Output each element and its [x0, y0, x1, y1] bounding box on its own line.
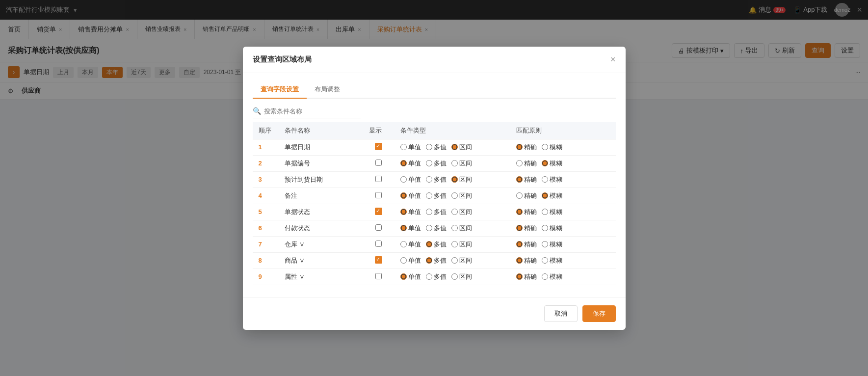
condition-search-wrap: 🔍 [253, 105, 361, 118]
row-condition-name: 付款状态 [279, 220, 363, 236]
type-radio-single[interactable]: 单值 [400, 191, 421, 200]
type-radio-single[interactable]: 单值 [400, 208, 421, 216]
type-radio-range[interactable]: 区间 [451, 143, 472, 152]
type-radio-range[interactable]: 区间 [451, 240, 472, 247]
type-radio-multi[interactable]: 多值 [426, 208, 447, 216]
type-radio-single[interactable]: 单值 [400, 224, 421, 233]
type-radio-multi[interactable]: 多值 [426, 143, 447, 152]
table-row: 3预计到货日期单值多值区间精确模糊 [253, 171, 616, 188]
show-checkbox[interactable] [375, 224, 382, 231]
type-radio-range[interactable]: 区间 [451, 224, 472, 233]
show-checkbox-checked[interactable]: ✓ [375, 208, 382, 215]
show-checkbox[interactable] [375, 160, 382, 166]
match-radio-fuzzy[interactable]: 模糊 [542, 191, 562, 200]
modal-tab-query[interactable]: 查询字段设置 [253, 81, 307, 99]
show-checkbox[interactable] [375, 192, 382, 198]
match-radio-group: 精确模糊 [516, 159, 610, 168]
type-radio-multi[interactable]: 多值 [426, 224, 447, 233]
row-type-cell: 单值多值区间 [395, 155, 510, 171]
type-radio-multi[interactable]: 多值 [426, 159, 447, 168]
match-radio-group: 精确模糊 [516, 175, 610, 184]
th-show: 显示 [363, 122, 395, 139]
type-radio-single[interactable]: 单值 [400, 240, 421, 247]
match-radio-exact[interactable]: 精确 [516, 191, 537, 200]
condition-search-input[interactable] [261, 107, 349, 116]
row-order: 3 [253, 171, 279, 188]
table-row: 6付款状态单值多值区间精确模糊 [253, 220, 616, 236]
modal-tab-layout[interactable]: 布局调整 [307, 81, 348, 99]
type-radio-single[interactable]: 单值 [400, 159, 421, 168]
modal-tab-layout-label: 布局调整 [315, 85, 340, 93]
row-order: 1 [253, 139, 279, 155]
type-radio-multi[interactable]: 多值 [426, 240, 447, 247]
row-order: 6 [253, 220, 279, 236]
match-radio-exact[interactable]: 精确 [516, 159, 537, 168]
type-radio-multi[interactable]: 多值 [426, 191, 447, 200]
row-type-cell: 单值多值区间 [395, 220, 510, 236]
row-match-cell: 精确模糊 [510, 188, 616, 204]
row-show-checkbox-cell [363, 171, 395, 188]
show-checkbox[interactable] [375, 176, 382, 182]
table-row: 1单据日期✓单值多值区间精确模糊 [253, 139, 616, 155]
type-radio-group: 单值多值区间 [400, 208, 504, 216]
match-radio-fuzzy[interactable]: 模糊 [542, 224, 562, 233]
row-type-cell: 单值多值区间 [395, 139, 510, 155]
row-show-checkbox-cell: ✓ [363, 204, 395, 220]
match-radio-group: 精确模糊 [516, 208, 610, 216]
type-radio-range[interactable]: 区间 [451, 191, 472, 200]
table-row: 7仓库 ∨单值多值区间精确模糊 [253, 236, 616, 247]
match-radio-exact[interactable]: 精确 [516, 143, 537, 152]
match-radio-exact[interactable]: 精确 [516, 224, 537, 233]
match-radio-fuzzy[interactable]: 模糊 [542, 175, 562, 184]
type-radio-single[interactable]: 单值 [400, 175, 421, 184]
row-condition-name: 备注 [279, 188, 363, 204]
row-match-cell: 精确模糊 [510, 139, 616, 155]
modal-overlay: 设置查询区域布局 × 查询字段设置 布局调整 🔍 [0, 0, 868, 247]
row-type-cell: 单值多值区间 [395, 236, 510, 247]
row-order: 4 [253, 188, 279, 204]
row-match-cell: 精确模糊 [510, 204, 616, 220]
th-match: 匹配原则 [510, 122, 616, 139]
row-type-cell: 单值多值区间 [395, 171, 510, 188]
row-show-checkbox-cell: ✓ [363, 139, 395, 155]
show-checkbox[interactable] [375, 241, 382, 247]
match-radio-exact[interactable]: 精确 [516, 240, 537, 247]
row-match-cell: 精确模糊 [510, 220, 616, 236]
match-radio-fuzzy[interactable]: 模糊 [542, 143, 562, 152]
modal-header: 设置查询区域布局 × [243, 47, 626, 73]
row-condition-name: 预计到货日期 [279, 171, 363, 188]
row-condition-name: 单据状态 [279, 204, 363, 220]
type-radio-range[interactable]: 区间 [451, 208, 472, 216]
modal-close-button[interactable]: × [610, 54, 616, 65]
row-match-cell: 精确模糊 [510, 236, 616, 247]
table-row: 5单据状态✓单值多值区间精确模糊 [253, 204, 616, 220]
row-show-checkbox-cell [363, 220, 395, 236]
row-type-cell: 单值多值区间 [395, 204, 510, 220]
type-radio-range[interactable]: 区间 [451, 159, 472, 168]
type-radio-multi[interactable]: 多值 [426, 175, 447, 184]
match-radio-exact[interactable]: 精确 [516, 175, 537, 184]
row-show-checkbox-cell [363, 236, 395, 247]
settings-table: 顺序 条件名称 显示 条件类型 匹配原则 1单据日期✓单值多值区间精确模糊2单据… [253, 122, 616, 247]
row-condition-name: 单据编号 [279, 155, 363, 171]
type-radio-range[interactable]: 区间 [451, 175, 472, 184]
row-match-cell: 精确模糊 [510, 171, 616, 188]
modal-body: 查询字段设置 布局调整 🔍 顺序 条件名称 [243, 73, 626, 247]
match-radio-fuzzy[interactable]: 模糊 [542, 208, 562, 216]
th-name: 条件名称 [279, 122, 363, 139]
row-show-checkbox-cell [363, 155, 395, 171]
type-radio-single[interactable]: 单值 [400, 143, 421, 152]
match-radio-exact[interactable]: 精确 [516, 208, 537, 216]
modal-tab-query-label: 查询字段设置 [261, 85, 299, 93]
settings-table-container: 顺序 条件名称 显示 条件类型 匹配原则 1单据日期✓单值多值区间精确模糊2单据… [253, 122, 616, 247]
match-radio-fuzzy[interactable]: 模糊 [542, 159, 562, 168]
show-checkbox-checked[interactable]: ✓ [375, 143, 382, 150]
row-condition-name: 仓库 ∨ [279, 236, 363, 247]
table-row: 4备注单值多值区间精确模糊 [253, 188, 616, 204]
row-show-checkbox-cell [363, 188, 395, 204]
match-radio-fuzzy[interactable]: 模糊 [542, 240, 562, 247]
match-radio-group: 精确模糊 [516, 224, 610, 233]
row-order: 5 [253, 204, 279, 220]
type-radio-group: 单值多值区间 [400, 143, 504, 152]
settings-table-scroll[interactable]: 顺序 条件名称 显示 条件类型 匹配原则 1单据日期✓单值多值区间精确模糊2单据… [253, 122, 616, 247]
